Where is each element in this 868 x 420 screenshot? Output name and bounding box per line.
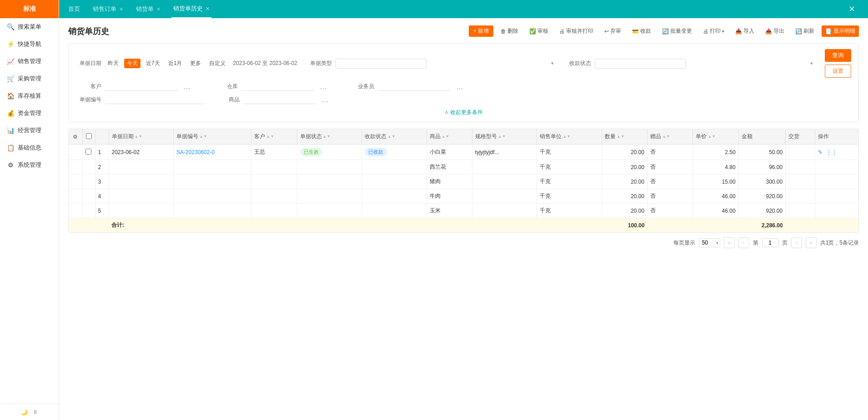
filter-date-label: 单据日期 — [76, 60, 101, 67]
staff-input[interactable] — [378, 82, 451, 91]
cell-payment-status — [362, 204, 427, 218]
prev-page-button[interactable]: ‹ — [738, 237, 749, 248]
audit-print-button[interactable]: 🖨 审核并打印 — [556, 25, 597, 37]
batch-change-button[interactable]: 🔄 批量变更 — [658, 25, 696, 37]
sidebar-item-basic-info[interactable]: 📋 基础信息 — [0, 139, 59, 156]
product-input[interactable] — [243, 95, 316, 104]
tab-sales-delivery-close[interactable]: ✕ — [156, 6, 161, 12]
sidebar-item-quick-nav[interactable]: ⚡ 快捷导航 — [0, 35, 59, 53]
print-icon: 🖨 — [703, 28, 708, 35]
delete-button[interactable]: 🗑 删除 — [497, 25, 522, 37]
cell-payment-status — [362, 160, 427, 175]
cell-unit: 千克 — [537, 204, 602, 218]
cell-product: 猪肉 — [426, 175, 472, 189]
filter-row-3: 单据编号 商品 … — [76, 95, 851, 104]
staff-ellipsis[interactable]: … — [456, 83, 463, 91]
cell-customer — [251, 204, 297, 218]
cell-doc-status — [297, 175, 362, 189]
col-price[interactable]: 单价▲▼ — [693, 129, 738, 145]
export-button[interactable]: 📤 导出 — [762, 25, 788, 37]
query-button[interactable]: 查询 — [825, 49, 851, 62]
cell-gear — [69, 189, 82, 204]
col-payment-status[interactable]: 收款状态▲▼ — [362, 129, 427, 145]
main-close-button[interactable]: ✕ — [843, 4, 861, 14]
customer-ellipsis[interactable]: … — [183, 83, 191, 91]
show-detail-button[interactable]: 📑 显示明细 — [822, 25, 859, 37]
doc-type-select[interactable] — [336, 59, 426, 69]
col-unit[interactable]: 销售单位▲▼ — [537, 129, 602, 145]
date-tag-1month[interactable]: 近1月 — [166, 59, 185, 68]
audit-button[interactable]: ✅ 审核 — [526, 25, 552, 37]
cell-unit: 千克 — [537, 189, 602, 204]
date-tag-today[interactable]: 今天 — [124, 59, 140, 68]
filter-doc-number-label: 单据编号 — [76, 96, 101, 104]
cell-gift: 否 — [647, 175, 693, 189]
next-page-button[interactable]: › — [791, 237, 802, 248]
col-quantity[interactable]: 数量▲▼ — [602, 129, 647, 145]
action-more[interactable]: ⋮⋮ — [826, 149, 837, 155]
collapse-button[interactable]: ∧ 收起更多条件 — [444, 109, 483, 116]
refresh-button[interactable]: 🔃 刷新 — [792, 25, 818, 37]
cell-amount: 96.00 — [738, 160, 786, 175]
doc-number-input[interactable] — [105, 95, 205, 104]
page-input[interactable] — [762, 238, 778, 247]
tab-sales-order[interactable]: 销售订单 ✕ — [91, 0, 125, 18]
setting-button[interactable]: 设置 — [825, 65, 851, 78]
abandon-button[interactable]: ↩ 弃审 — [601, 25, 625, 37]
customer-input[interactable] — [105, 82, 178, 91]
tab-sales-order-close[interactable]: ✕ — [119, 6, 123, 12]
col-customer[interactable]: 客户▲▼ — [251, 129, 297, 145]
import-button[interactable]: 📥 导入 — [732, 25, 758, 37]
cell-price: 2.50 — [693, 145, 738, 160]
per-page-select[interactable]: 50 100 — [699, 238, 720, 247]
action-edit[interactable]: ✎ — [818, 149, 823, 155]
doc-number-link[interactable]: SA-20230602-0 — [176, 149, 215, 155]
col-gear[interactable]: ⚙ — [69, 129, 82, 145]
tab-sales-delivery[interactable]: 销货单 ✕ — [134, 0, 162, 18]
warehouse-ellipsis[interactable]: … — [320, 83, 327, 91]
payment-status-select-wrap — [595, 59, 816, 69]
sidebar-item-sys-mgmt[interactable]: ⚙ 系统管理 — [0, 156, 59, 174]
sidebar-bottom-icon2[interactable]: ⏸ — [32, 409, 38, 415]
sidebar-item-purchase-mgmt[interactable]: 🛒 采购管理 — [0, 70, 59, 87]
col-doc-status[interactable]: 单据状态▲▼ — [297, 129, 362, 145]
sidebar-bottom: 🌙 ⏸ — [0, 404, 59, 420]
payment-status-select[interactable] — [595, 59, 686, 69]
table-row: 4 牛肉 千克 20.00 否 46.00 920.00 — [69, 189, 858, 204]
row-checkbox[interactable] — [85, 149, 91, 155]
sidebar-item-sales-mgmt[interactable]: 📈 销售管理 — [0, 53, 59, 70]
print-dropdown-icon: ▾ — [722, 29, 724, 34]
select-all-checkbox[interactable] — [86, 133, 92, 139]
data-table-wrap: ⚙ 单据日期▲▼ 单据编号▲▼ 客户▲▼ 单据状态▲▼ — [68, 129, 859, 233]
sidebar: 标准 🔍 搜索菜单 ⚡ 快捷导航 📈 销售管理 🛒 采购管理 🏠 库存核算 💰 … — [0, 0, 59, 420]
date-tag-custom[interactable]: 自定义 — [206, 59, 228, 68]
sidebar-item-label: 采购管理 — [18, 75, 41, 83]
date-tag-more[interactable]: 更多 — [187, 59, 204, 68]
col-gift[interactable]: 赠品▲▼ — [647, 129, 693, 145]
date-tag-yesterday[interactable]: 昨天 — [105, 59, 121, 68]
col-product[interactable]: 商品▲▼ — [426, 129, 472, 145]
collect-button[interactable]: 💳 收款 — [628, 25, 655, 37]
first-page-button[interactable]: « — [724, 237, 735, 248]
sidebar-item-ops-mgmt[interactable]: 📊 经营管理 — [0, 122, 59, 139]
sidebar-bottom-icon1[interactable]: 🌙 — [20, 409, 28, 415]
print-button[interactable]: 🖨 打印 ▾ — [699, 25, 728, 37]
new-button[interactable]: + 新增 — [469, 25, 493, 37]
tab-sales-history-close[interactable]: ✕ — [206, 6, 210, 12]
last-page-button[interactable]: » — [806, 237, 817, 248]
sidebar-item-inventory[interactable]: 🏠 库存核算 — [0, 87, 59, 105]
sidebar-item-search-menu[interactable]: 🔍 搜索菜单 — [0, 18, 59, 35]
col-doc-date[interactable]: 单据日期▲▼ — [109, 129, 174, 145]
date-tag-7days[interactable]: 近7天 — [143, 59, 163, 68]
col-spec[interactable]: 规格型号▲▼ — [472, 129, 537, 145]
col-doc-number[interactable]: 单据编号▲▼ — [174, 129, 251, 145]
cell-gear — [69, 204, 82, 218]
sidebar-item-finance-mgmt[interactable]: 💰 资金管理 — [0, 105, 59, 122]
cell-doc-status — [297, 204, 362, 218]
cell-spec — [472, 160, 537, 175]
tab-sales-delivery-label: 销货单 — [136, 5, 154, 13]
tab-sales-history[interactable]: 销货单历史 ✕ — [171, 0, 211, 18]
warehouse-input[interactable] — [241, 82, 314, 91]
product-ellipsis[interactable]: … — [321, 96, 329, 104]
tab-home[interactable]: 首页 — [66, 0, 82, 18]
